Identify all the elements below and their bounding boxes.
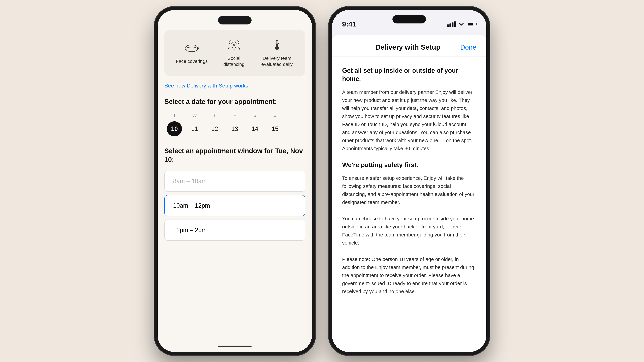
svg-point-1	[236, 41, 239, 44]
social-distancing-label: Social distancing	[217, 55, 251, 67]
safety-item-evaluated: Delivery team evaluated daily	[260, 38, 294, 67]
modal-heading-1: Get all set up inside or outside of your…	[342, 66, 476, 83]
left-phone: Face coverings	[154, 7, 315, 355]
select-date-title: Select a date for your appointment:	[164, 97, 305, 106]
modal-body-2: To ensure a safer setup experience, Enjo…	[342, 174, 476, 206]
mask-icon	[183, 41, 200, 55]
left-screen: Face coverings	[158, 10, 312, 352]
modal-header: Delivery with Setup Done	[332, 35, 486, 56]
appointment-title: Select an appointment window for Tue, No…	[164, 146, 305, 164]
day-s1: S	[245, 113, 265, 118]
see-how-link[interactable]: See how Delivery with Setup works	[164, 83, 305, 89]
battery-icon	[467, 22, 476, 26]
face-coverings-label: Face coverings	[176, 58, 208, 64]
svg-point-6	[276, 47, 278, 49]
status-icons	[447, 21, 476, 27]
notch	[218, 16, 252, 24]
time-slot-12pm[interactable]: 12pm – 2pm	[164, 220, 305, 241]
safety-item-face-coverings: Face coverings	[176, 41, 208, 64]
date-11[interactable]: 11	[187, 121, 202, 136]
status-time: 9:41	[342, 20, 356, 28]
dynamic-island	[392, 15, 426, 23]
safety-banner: Face coverings	[164, 30, 305, 76]
day-t1: T	[164, 113, 184, 118]
day-s2: S	[265, 113, 285, 118]
wifi-icon	[458, 21, 464, 27]
right-screen-content: 9:41	[332, 10, 486, 352]
modal-content[interactable]: Get all set up inside or outside of your…	[332, 56, 486, 352]
calendar-dates: 10 11 12 13 14 15	[164, 121, 305, 136]
date-13[interactable]: 13	[227, 121, 242, 136]
right-screen: 9:41	[332, 10, 486, 352]
day-f: F	[225, 113, 245, 118]
date-12[interactable]: 12	[207, 121, 222, 136]
date-10[interactable]: 10	[167, 121, 182, 136]
modal-sheet: Delivery with Setup Done Get all set up …	[332, 35, 486, 352]
right-phone: 9:41	[329, 7, 490, 355]
modal-body-4: Please note: One person 18 years of age …	[342, 255, 476, 296]
safety-item-social-distancing: Social distancing	[217, 38, 251, 67]
thermometer-icon	[269, 38, 286, 52]
day-t2: T	[204, 113, 225, 118]
modal-body-1: A team member from our delivery partner …	[342, 88, 476, 152]
date-14[interactable]: 14	[247, 121, 262, 136]
modal-done-button[interactable]: Done	[460, 43, 476, 51]
modal-heading-2: We're putting safety first.	[342, 161, 476, 169]
signal-icon	[447, 21, 456, 27]
people-icon	[226, 38, 242, 52]
svg-point-0	[229, 41, 232, 44]
delivery-team-label: Delivery team evaluated daily	[260, 55, 294, 67]
battery-fill	[468, 23, 473, 25]
appointment-section: Select an appointment window for Tue, No…	[158, 146, 312, 241]
date-15[interactable]: 15	[268, 121, 282, 136]
home-indicator	[218, 346, 252, 347]
calendar-days-header: T W T F S S	[164, 113, 305, 118]
day-w: W	[184, 113, 204, 118]
time-slot-10am[interactable]: 10am – 12pm	[164, 195, 305, 216]
calendar: T W T F S S 10 11 12 13 14 15	[164, 113, 305, 136]
time-slot-8am[interactable]: 8am – 10am	[164, 171, 305, 192]
modal-title: Delivery with Setup	[375, 43, 440, 51]
left-screen-content: Face coverings	[158, 10, 312, 352]
modal-body-3: You can choose to have your setup occur …	[342, 215, 476, 247]
